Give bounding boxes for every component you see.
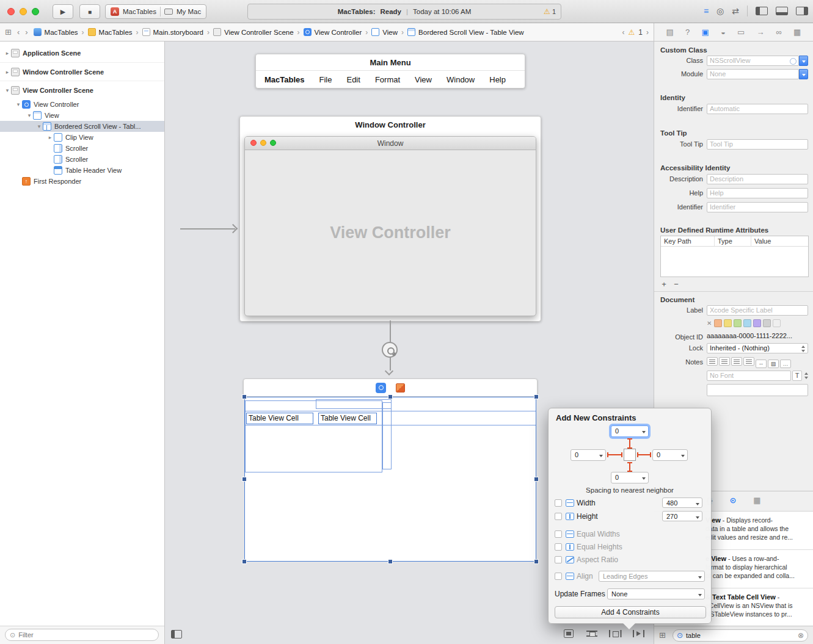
inspector-panel-toggle[interactable] (796, 7, 808, 15)
close-window-button[interactable] (7, 8, 15, 15)
exit-icon[interactable] (396, 383, 405, 393)
height-checkbox[interactable] (555, 513, 562, 520)
add-attribute-button[interactable]: + (659, 280, 669, 289)
breadcrumb-storyboard[interactable]: Main.storyboard (142, 28, 203, 36)
media-tab[interactable]: ▦ (753, 496, 760, 505)
outline-filter-field[interactable]: ⊙ (5, 629, 159, 641)
list-style-button[interactable]: -- (756, 360, 767, 368)
main-menu-scene[interactable]: Main Menu MacTables File Edit Format Vie… (255, 54, 525, 89)
library-search-input[interactable] (686, 632, 795, 639)
width-checkbox[interactable] (555, 499, 562, 507)
selection-handle[interactable] (534, 394, 539, 399)
height-value-combo[interactable]: 270 (662, 511, 702, 521)
view-controller-icon[interactable] (376, 383, 386, 393)
breadcrumb-project[interactable]: MacTables (34, 28, 78, 36)
update-frames-dropdown[interactable]: None (607, 588, 705, 599)
font-panel-button[interactable]: T (792, 371, 802, 381)
breadcrumb-scene[interactable]: View Controller Scene (213, 28, 294, 36)
module-field[interactable]: None (707, 69, 799, 79)
module-dropdown-button[interactable] (799, 69, 808, 79)
top-spacing-combo[interactable]: 0 (611, 425, 649, 437)
color-chip[interactable] (714, 319, 722, 327)
outline-row-window-controller-scene[interactable]: ▸Window Controller Scene (0, 62, 164, 81)
disclosure-icon[interactable]: ▸ (4, 69, 11, 75)
identity-inspector-tab[interactable]: ▣ (701, 27, 709, 37)
class-stepper-icon[interactable] (790, 58, 797, 65)
help-field[interactable]: Help (707, 188, 808, 198)
selection-handle[interactable] (534, 477, 539, 482)
attributes-inspector-tab[interactable]: ◒ (721, 27, 726, 37)
align-dropdown[interactable]: Leading Edges (599, 571, 705, 582)
trailing-strut[interactable] (637, 454, 651, 455)
selection-handle[interactable] (388, 559, 393, 564)
table-style-button[interactable]: ▨ (768, 360, 779, 368)
menu-item-format[interactable]: Format (375, 75, 400, 84)
table-view-cell[interactable]: Table View Cell (246, 413, 313, 424)
menu-item-file[interactable]: File (319, 75, 332, 84)
outline-row-view-controller[interactable]: ▾View Controller (0, 99, 164, 110)
align-icon[interactable] (585, 629, 599, 639)
outline-row-bordered-scroll-view[interactable]: ▾Bordered Scroll View - Tabl... (0, 121, 164, 132)
menu-item-view[interactable]: View (415, 75, 432, 84)
objects-tab[interactable]: ⊙ (729, 496, 736, 505)
library-search-field[interactable]: ⊙ ⊗ (673, 629, 808, 642)
description-field[interactable]: Description (707, 174, 808, 184)
forward-icon[interactable]: › (25, 27, 27, 37)
outline-row-clip-view[interactable]: ▸Clip View (0, 132, 164, 143)
font-stepper[interactable] (804, 372, 809, 379)
breadcrumb-group[interactable]: MacTables (88, 28, 133, 36)
selection-handle[interactable] (242, 394, 247, 399)
outline-row-table-header-view[interactable]: Table Header View (0, 165, 164, 176)
connections-inspector-tab[interactable]: → (756, 27, 764, 37)
segue-badge[interactable] (382, 342, 398, 358)
equal-heights-checkbox[interactable] (555, 543, 562, 551)
filter-input[interactable] (18, 631, 154, 639)
breadcrumb-view-controller[interactable]: View Controller (304, 28, 362, 36)
font-field[interactable]: No Font (707, 371, 791, 381)
outline-row-application-scene[interactable]: ▸Application Scene (0, 44, 164, 62)
navigator-panel-toggle[interactable] (756, 7, 768, 15)
previous-issue-icon[interactable]: ‹ (622, 28, 625, 37)
accessibility-identifier-field[interactable]: Identifier (707, 202, 808, 212)
breadcrumb-scroll-view[interactable]: Bordered Scroll View - Table View (407, 28, 524, 36)
quick-help-tab[interactable]: ? (685, 27, 690, 37)
selection-handle[interactable] (242, 477, 247, 482)
outline-row-first-responder[interactable]: ↑First Responder (0, 176, 164, 187)
bottom-spacing-combo[interactable]: 0 (611, 472, 649, 483)
document-label-field[interactable]: Xcode Specific Label (707, 305, 808, 316)
outline-row-scroller-1[interactable]: Scroller (0, 143, 164, 154)
more-formats-button[interactable]: … (780, 360, 791, 368)
disclosure-icon[interactable]: ▾ (15, 101, 22, 107)
related-items-icon[interactable]: ⊞ (5, 27, 12, 37)
window-content[interactable]: View Controller (245, 150, 536, 316)
equal-widths-checkbox[interactable] (555, 530, 562, 538)
lock-dropdown[interactable]: Inherited - (Nothing) (707, 343, 808, 353)
issues-badge[interactable]: ⚠ 1 (544, 7, 556, 16)
window-titlebar[interactable]: Window (245, 137, 536, 150)
disclosure-icon[interactable]: ▾ (26, 112, 33, 118)
zoom-window-button[interactable] (32, 8, 39, 15)
vertical-scroller-outline[interactable] (382, 402, 392, 469)
notes-text-area[interactable] (707, 384, 808, 396)
bindings-inspector-tab[interactable]: ∞ (776, 27, 782, 37)
table-header-view-outline[interactable] (316, 399, 392, 409)
version-editor-icon[interactable]: ⇄ (732, 5, 739, 16)
scheme-selector[interactable]: A MacTables My Mac (105, 4, 206, 19)
view-effects-inspector-tab[interactable]: ▦ (793, 27, 801, 37)
menu-item-edit[interactable]: Edit (346, 75, 360, 84)
color-chip[interactable] (773, 319, 781, 327)
color-chip[interactable] (753, 319, 761, 327)
menu-item-app[interactable]: MacTables (264, 75, 305, 84)
disclosure-icon[interactable]: ▾ (35, 123, 43, 129)
clear-search-icon[interactable]: ⊗ (798, 631, 804, 640)
align-justify-button[interactable] (743, 357, 754, 366)
minimize-window-button[interactable] (20, 8, 27, 15)
outline-row-view[interactable]: ▾View (0, 110, 164, 121)
outline-row-view-controller-scene[interactable]: ▾View Controller Scene (0, 81, 164, 99)
identifier-field[interactable]: Automatic (707, 104, 808, 114)
runtime-attributes-table[interactable]: Key Path Type Value (660, 236, 809, 277)
file-inspector-tab[interactable]: ▤ (666, 27, 674, 37)
stop-button[interactable]: ■ (79, 4, 100, 19)
color-chip[interactable] (734, 319, 742, 327)
window-controller-scene[interactable]: Window Controller Window View Controller (239, 116, 541, 322)
